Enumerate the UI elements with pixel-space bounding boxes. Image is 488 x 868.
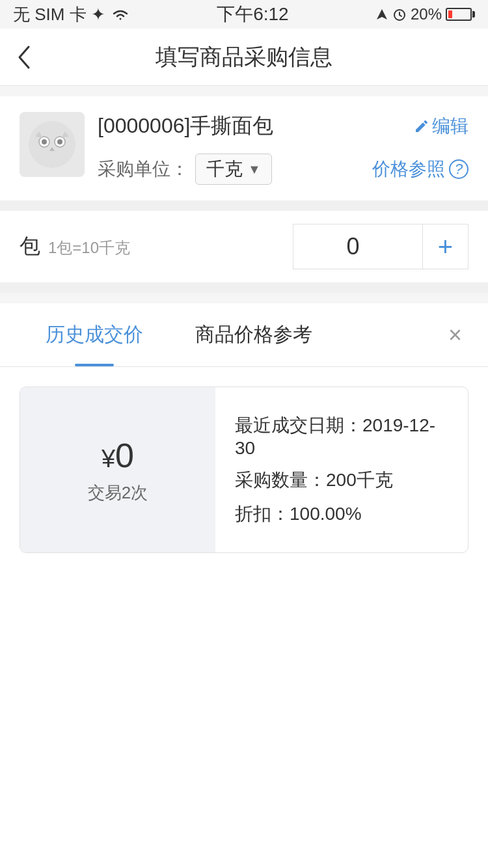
product-name: [0000006]手撕面包 xyxy=(98,112,273,141)
product-unit-row: 采购单位： 千克 ▼ 价格参照 ? xyxy=(98,154,468,185)
battery-percent: 20% xyxy=(411,5,442,23)
purchase-qty-value: 200千克 xyxy=(326,470,393,490)
svg-line-3 xyxy=(400,15,401,16)
quantity-unit: 包 xyxy=(20,232,40,261)
empty-area xyxy=(0,573,488,868)
history-content: ¥0 交易2次 最近成交日期：2019-12-30 采购数量：200千克 折扣：… xyxy=(0,367,488,573)
quantity-plus-button[interactable]: + xyxy=(423,224,468,269)
quantity-controls: + xyxy=(293,224,468,269)
recent-date-label: 最近成交日期： xyxy=(235,415,362,435)
page-title: 填写商品采购信息 xyxy=(156,42,332,72)
edit-icon xyxy=(414,118,429,134)
unit-label: 采购单位： xyxy=(98,157,189,182)
product-thumbnail xyxy=(20,112,85,177)
location-icon xyxy=(375,8,388,21)
tab-history-price[interactable]: 历史成交价 xyxy=(20,303,169,366)
discount-label: 折扣： xyxy=(235,504,290,524)
dropdown-arrow-icon: ▼ xyxy=(248,162,261,177)
price-reference-button[interactable]: 价格参照 ? xyxy=(372,157,468,182)
edit-label: 编辑 xyxy=(432,114,468,139)
history-card-left: ¥0 交易2次 xyxy=(20,387,215,552)
alarm-icon xyxy=(392,7,407,21)
svg-point-8 xyxy=(57,139,62,144)
svg-point-7 xyxy=(42,139,47,144)
discount-value: 100.00% xyxy=(290,504,362,524)
close-icon: × xyxy=(448,321,462,348)
quantity-section: 包 1包=10千克 + xyxy=(0,211,488,282)
quantity-input[interactable] xyxy=(293,224,423,269)
tab-items: 历史成交价 商品价格参考 xyxy=(20,303,338,366)
status-right: 20% xyxy=(375,5,475,23)
section-divider-1 xyxy=(0,200,488,211)
tab-header: 历史成交价 商品价格参考 × xyxy=(0,303,488,366)
sim-label: 无 SIM 卡 ✦ xyxy=(13,3,105,26)
tab-section: 历史成交价 商品价格参考 × xyxy=(0,303,488,367)
wifi-icon xyxy=(111,7,130,21)
svg-point-4 xyxy=(29,121,75,168)
status-time: 下午6:12 xyxy=(217,2,289,27)
product-name-row: [0000006]手撕面包 编辑 xyxy=(98,112,468,141)
history-transactions: 交易2次 xyxy=(88,481,148,504)
product-logo xyxy=(26,118,78,170)
edit-button[interactable]: 编辑 xyxy=(414,114,468,139)
close-tab-button[interactable]: × xyxy=(442,315,468,355)
status-left: 无 SIM 卡 ✦ xyxy=(13,3,130,26)
unit-select-dropdown[interactable]: 千克 ▼ xyxy=(195,154,272,185)
quantity-label-group: 包 1包=10千克 xyxy=(20,232,130,261)
purchase-qty-row: 采购数量：200千克 xyxy=(235,468,448,493)
price-ref-label: 价格参照 xyxy=(372,157,445,182)
svg-marker-0 xyxy=(377,9,387,20)
plus-icon: + xyxy=(438,232,453,262)
history-price: ¥0 xyxy=(102,436,134,475)
info-icon: ? xyxy=(449,159,468,179)
back-button[interactable] xyxy=(16,44,31,70)
unit-value: 千克 xyxy=(206,157,243,182)
quantity-conversion: 1包=10千克 xyxy=(48,237,130,258)
history-card-right: 最近成交日期：2019-12-30 采购数量：200千克 折扣：100.00% xyxy=(215,387,468,552)
price-symbol: ¥ xyxy=(102,445,115,472)
tab1-label: 历史成交价 xyxy=(46,323,143,345)
price-value: 0 xyxy=(115,437,134,474)
nav-bar: 填写商品采购信息 xyxy=(0,29,488,86)
discount-row: 折扣：100.00% xyxy=(235,502,448,526)
product-info: [0000006]手撕面包 编辑 采购单位： 千克 ▼ 价格参照 ? xyxy=(98,112,468,185)
tab-product-price[interactable]: 商品价格参考 xyxy=(169,303,338,366)
purchase-qty-label: 采购数量： xyxy=(235,470,326,490)
section-divider-2 xyxy=(0,282,488,293)
tab2-label: 商品价格参考 xyxy=(195,323,312,345)
history-card: ¥0 交易2次 最近成交日期：2019-12-30 采购数量：200千克 折扣：… xyxy=(20,387,468,553)
product-section: [0000006]手撕面包 编辑 采购单位： 千克 ▼ 价格参照 ? xyxy=(0,96,488,200)
status-bar: 无 SIM 卡 ✦ 下午6:12 20% xyxy=(0,0,488,29)
battery-icon xyxy=(446,8,475,21)
recent-date-row: 最近成交日期：2019-12-30 xyxy=(235,413,448,459)
